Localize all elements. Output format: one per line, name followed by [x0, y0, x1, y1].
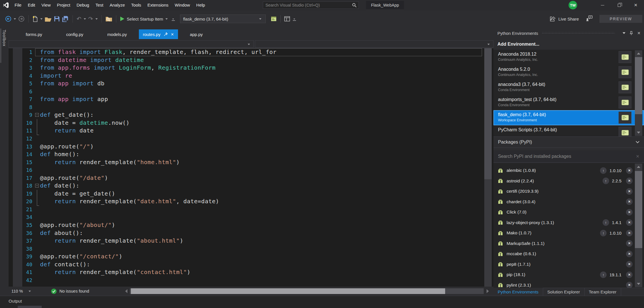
fold-collapse-icon[interactable]: − [35, 184, 39, 188]
interactive-window-button[interactable] [619, 81, 631, 93]
window-layout-button[interactable] [283, 14, 291, 24]
nav-member-dropdown[interactable] [255, 40, 493, 48]
preview-button[interactable]: PREVIEW [599, 15, 642, 23]
environment-list-scrollbar[interactable] [635, 50, 642, 136]
restore-button[interactable] [611, 0, 627, 10]
package-row[interactable]: alembic (1.0.8) ↑ 1.0.10 ✕ [493, 165, 644, 176]
back-dropdown-caret[interactable] [14, 18, 16, 20]
menu-item[interactable]: View [38, 0, 54, 10]
environment-combo-caret[interactable] [259, 18, 261, 20]
package-source-dropdown[interactable]: Packages (PyPI) [493, 136, 644, 148]
environment-item[interactable]: Anaconda 2018.12 Continuum Analytics, In… [493, 50, 644, 65]
scroll-up-icon[interactable] [637, 53, 640, 55]
package-row[interactable]: pylint (2.3.1) ↑ ✕ [493, 280, 644, 288]
package-row[interactable]: Mako (1.0.7) ↑ 1.0.10 ✕ [493, 228, 644, 238]
uninstall-icon[interactable]: ✕ [626, 230, 633, 236]
search-input[interactable] [263, 3, 352, 7]
menu-item[interactable]: Help [193, 0, 208, 10]
zoom-level-dropdown[interactable]: 110 % [10, 287, 32, 296]
editor-horizontal-scrollbar[interactable] [130, 288, 484, 294]
package-row[interactable]: astroid (2.2.4) ↑ 2.2.5 ✕ [493, 176, 644, 186]
feedback-button[interactable] [586, 15, 593, 22]
undo-button[interactable]: ↶ [75, 14, 83, 24]
save-all-button[interactable] [61, 14, 70, 24]
package-row[interactable]: lazy-object-proxy (1.3.1) ↑ 1.4.1 ✕ [493, 218, 644, 228]
code-editor[interactable]: 1 − from flask import Flask, render_temp… [9, 48, 493, 287]
interactive-window-button[interactable] [619, 112, 631, 124]
environment-item[interactable]: flask_demo (3.7, 64-bit) Workspace Envir… [493, 110, 644, 125]
package-row[interactable]: pip (18.1) ↑ 19.1.1 ✕ [493, 269, 644, 280]
scroll-left-icon[interactable] [125, 289, 127, 293]
interactive-window-button[interactable] [619, 127, 631, 136]
menu-item[interactable]: Debug [73, 0, 92, 10]
uninstall-icon[interactable]: ✕ [626, 188, 633, 195]
package-list-scrollbar[interactable] [635, 164, 642, 287]
menu-item[interactable]: Window [171, 0, 193, 10]
document-tab[interactable]: config.py ✕ [54, 29, 95, 39]
scrollbar-thumb[interactable] [484, 48, 492, 179]
interactive-window-button[interactable] [619, 66, 631, 78]
menu-item[interactable]: Project [54, 0, 73, 10]
close-tab-icon[interactable]: ✕ [171, 32, 174, 37]
editor-vertical-scrollbar[interactable] [484, 48, 492, 287]
redo-dropdown-caret[interactable] [95, 18, 98, 20]
menu-item[interactable]: Test [92, 0, 107, 10]
navigate-back-button[interactable] [4, 14, 13, 24]
menu-item[interactable]: Extensions [144, 0, 171, 10]
package-row[interactable]: pep8 (1.7.1) ↑ ✕ [493, 259, 644, 270]
pin-icon[interactable] [164, 32, 168, 36]
interactive-window-button[interactable] [619, 96, 631, 108]
python-environment-button[interactable] [270, 14, 278, 24]
tool-window-tab[interactable]: Solution Explorer [543, 288, 585, 296]
document-tab[interactable]: models.py ✕ [95, 29, 139, 39]
uninstall-icon[interactable]: ✕ [626, 282, 633, 288]
package-row[interactable]: certifi (2019.3.9) ↑ ✕ [493, 186, 644, 197]
fold-collapse-icon[interactable]: − [35, 113, 39, 117]
quick-search[interactable] [263, 1, 359, 9]
search-icon[interactable] [352, 3, 357, 7]
menu-item[interactable]: Edit [25, 0, 38, 10]
package-row[interactable]: MarkupSafe (1.1.1) ↑ ✕ [493, 238, 644, 249]
open-folder-button[interactable] [44, 14, 53, 24]
save-button[interactable] [53, 14, 61, 24]
upgrade-icon[interactable]: ↑ [603, 219, 609, 226]
uninstall-icon[interactable]: ✕ [626, 198, 633, 205]
document-tab[interactable]: routes.py ✕ [139, 29, 178, 39]
environment-item[interactable]: autoimports_test (3.7, 64-bit) Conda Env… [493, 95, 644, 110]
output-panel-title[interactable]: Output [9, 299, 22, 304]
add-environment-link[interactable]: Add Environment... [493, 39, 644, 50]
interactive-window-button[interactable] [619, 51, 631, 63]
redo-button[interactable]: ↷ [87, 14, 94, 24]
toolbox-tab[interactable]: Toolbox [2, 30, 7, 47]
scrollbar-thumb[interactable] [635, 171, 642, 248]
tool-window-tab[interactable]: Team Explorer [585, 288, 621, 296]
upgrade-icon[interactable]: ↑ [600, 230, 607, 236]
undo-dropdown-caret[interactable] [84, 18, 86, 20]
minimize-button[interactable] [594, 0, 611, 10]
startup-dropdown-caret[interactable] [165, 18, 168, 20]
package-row[interactable]: chardet (3.0.4) ↑ ✕ [493, 197, 644, 207]
uninstall-icon[interactable]: ✕ [626, 209, 633, 216]
environment-combo[interactable]: flask_demo (3.7, 64-bit) [180, 15, 266, 23]
upgrade-icon[interactable]: ↑ [603, 178, 609, 184]
upgrade-icon[interactable]: ↑ [600, 271, 607, 278]
menu-item[interactable]: Tools [128, 0, 144, 10]
environment-item[interactable]: PyCharm Scripts (3.7, 64-bit) [493, 125, 644, 136]
package-search-input[interactable] [498, 154, 636, 159]
upgrade-icon[interactable]: ↑ [600, 167, 607, 174]
scroll-up-icon[interactable] [637, 166, 640, 168]
scroll-right-icon[interactable] [487, 289, 489, 293]
package-row[interactable]: Click (7.0) ↑ ✕ [493, 207, 644, 218]
find-in-files-button[interactable] [104, 14, 113, 24]
scrollbar-thumb[interactable] [635, 57, 642, 114]
scroll-down-icon[interactable] [637, 132, 640, 134]
close-panel-icon[interactable]: ✕ [637, 31, 641, 35]
environment-item[interactable]: anaconda3 (3.7, 64-bit) Conda Environmen… [493, 80, 644, 95]
toolbar-overflow-grip[interactable] [293, 19, 296, 21]
scrollbar-thumb[interactable] [131, 288, 445, 294]
tool-window-tab[interactable]: Python Environments [493, 288, 543, 296]
menu-item[interactable]: Analyze [107, 0, 128, 10]
package-row[interactable]: mccabe (0.6.1) ↑ ✕ [493, 249, 644, 259]
toolbar-overflow-grip[interactable] [172, 19, 175, 21]
uninstall-icon[interactable]: ✕ [626, 261, 633, 267]
